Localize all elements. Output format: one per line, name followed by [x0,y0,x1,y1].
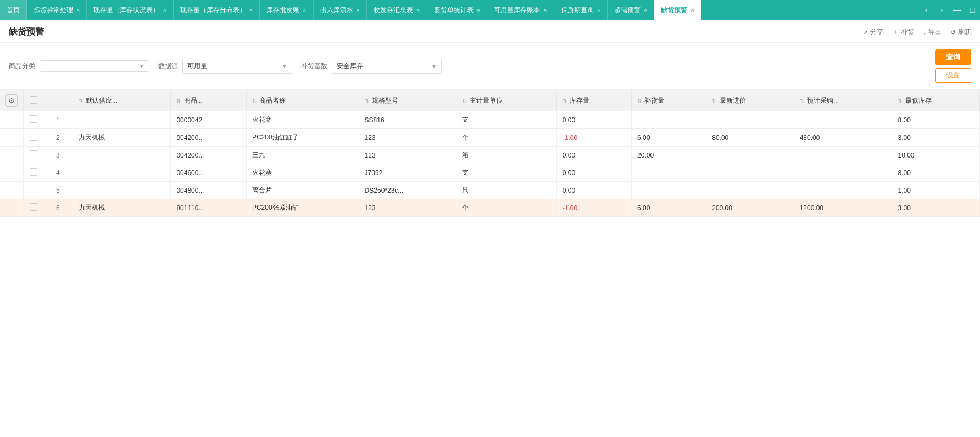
share-btn[interactable]: ↗ 分享 [862,27,883,37]
row-stock-cell: 0.00 [556,182,631,199]
est-purchase-sort-icon: ⇅ [800,98,804,104]
table-body: 1 0000042 火花塞 SS816 支 0.00 8.00 2 力天机械 0… [0,111,980,217]
filter-replenish-base-label: 补货基数 [301,61,327,71]
tab-overstock[interactable]: 超储预警 × [608,0,654,20]
tab-expiry-query-close[interactable]: × [597,7,600,13]
row-checkbox-cell [24,199,43,217]
tab-inventory-dist[interactable]: 现存量（库存分布表） × [174,0,260,20]
row-goods-code-cell: 0000042 [171,111,247,129]
export-btn[interactable]: ↓ 导出 [923,27,942,37]
row-checkbox-cell [24,129,43,147]
row-settings-cell [0,129,24,147]
tab-minimize-btn[interactable]: — [949,0,965,20]
row-goods-name-cell: PC200油缸缸子 [246,129,359,147]
filter-datasource-select[interactable]: 可用量 ▼ [182,59,292,74]
tab-prev-btn[interactable]: ‹ [918,0,934,20]
tab-collect-summary[interactable]: 收发存汇总表 × [367,0,427,20]
tab-exception-label: 拣货异常处理 [34,5,73,15]
tab-bar: 首页 拣货异常处理 × 现存量（库存状况表） × 现存量（库存分布表） × 库存… [0,0,980,20]
row-replenish-cell [632,164,706,182]
table-row: 5 004800... 离合片 DS250*23c... 只 0.00 1.00 [0,182,980,199]
tab-inventory-dist-close[interactable]: × [249,7,253,13]
stock-sort-icon: ⇅ [563,98,567,104]
filter-datasource-value: 可用量 [187,61,207,71]
row-est-purchase-cell: 480.00 [794,129,892,147]
row-checkbox[interactable] [30,186,37,193]
tab-collect-summary-close[interactable]: × [416,7,420,13]
goods-code-sort-icon: ⇅ [176,98,181,104]
filter-category-select[interactable]: ▼ [40,60,149,72]
refresh-btn[interactable]: ↺ 刷新 [950,27,971,37]
min-stock-sort-icon: ⇅ [898,98,902,104]
row-settings-cell [0,182,24,199]
tab-in-out-flow[interactable]: 出入库流水 × [314,0,367,20]
col-header-spec: ⇅ 规格型号 [359,90,456,111]
unit-sort-icon: ⇅ [462,98,466,104]
col-header-unit: ⇅ 主计量单位 [456,90,557,111]
filter-actions: 查询 设置 [935,49,971,83]
tab-in-out-flow-label: 出入库流水 [320,5,353,15]
tab-next-btn[interactable]: › [934,0,949,20]
tab-inventory-status[interactable]: 现存量（库存状况表） × [87,0,173,20]
tab-shortage-close[interactable]: × [691,7,694,13]
row-checkbox[interactable] [30,150,37,158]
filter-category-group: 商品分类 ▼ [9,60,149,72]
tab-shortage-label: 缺货预警 [661,5,687,15]
tab-in-out-flow-close[interactable]: × [357,7,360,13]
tab-order-stat[interactable]: 要货单统计表 × [427,0,487,20]
tab-shortage[interactable]: 缺货预警 × [654,0,701,20]
goods-name-sort-icon: ⇅ [252,98,257,104]
tab-order-stat-close[interactable]: × [477,7,480,13]
gear-icon[interactable]: ⚙ [5,94,18,107]
data-table: ⚙ ⇅ 默认供应... ⇅ 商品... ⇅ [0,90,980,217]
row-num-cell: 3 [43,147,73,164]
row-goods-name-cell: 火花塞 [246,164,359,182]
settings-button[interactable]: 设置 [935,68,971,83]
replenish-sort-icon: ⇅ [637,98,642,104]
row-goods-name-cell: 三九 [246,147,359,164]
tab-home[interactable]: 首页 [0,0,27,20]
tab-exception[interactable]: 拣货异常处理 × [27,0,87,20]
tab-maximize-btn[interactable]: □ [965,0,980,20]
table-row: 2 力天机械 004200... PC200油缸缸子 123 个 -1.00 6… [0,129,980,147]
row-stock-cell: 0.00 [556,147,631,164]
row-checkbox[interactable] [30,203,37,211]
header-checkbox[interactable] [30,96,37,104]
tab-overstock-close[interactable]: × [644,7,647,13]
row-checkbox[interactable] [30,115,37,123]
table-row: 1 0000042 火花塞 SS816 支 0.00 8.00 [0,111,980,129]
row-min-stock-cell: 1.00 [892,182,980,199]
row-supplier-cell: 力天机械 [73,199,171,217]
row-min-stock-cell: 10.00 [892,147,980,164]
row-min-stock-cell: 8.00 [892,111,980,129]
replenish-btn[interactable]: ＋ 补货 [892,27,914,37]
col-header-supplier: ⇅ 默认供应... [73,90,171,111]
filter-datasource-arrow-icon: ▼ [282,63,287,69]
filter-replenish-base-select[interactable]: 安全库存 ▼ [332,59,442,74]
row-checkbox[interactable] [30,133,37,141]
query-button[interactable]: 查询 [935,49,971,65]
row-latest-price-cell [706,111,794,129]
row-goods-name-cell: PC200张紧油缸 [246,199,359,217]
table-container: ⚙ ⇅ 默认供应... ⇅ 商品... ⇅ [0,90,980,217]
tab-nav-buttons: ‹ › — □ [918,0,980,20]
row-checkbox[interactable] [30,168,37,176]
spec-sort-icon: ⇅ [365,98,369,104]
tab-available-ledger[interactable]: 可用量库存账本 × [487,0,554,20]
row-goods-name-cell: 火花塞 [246,111,359,129]
tab-expiry-query[interactable]: 保质期查询 × [554,0,608,20]
row-spec-cell: 123 [359,199,456,217]
tab-collect-summary-label: 收发存汇总表 [374,5,413,15]
col-header-settings: ⚙ [0,90,24,111]
row-settings-cell [0,164,24,182]
tab-inventory-status-close[interactable]: × [163,7,166,13]
tab-inventory-dist-label: 现存量（库存分布表） [180,5,246,15]
tab-batch-account[interactable]: 库存批次账 × [260,0,313,20]
tab-batch-account-close[interactable]: × [303,7,306,13]
tab-available-ledger-close[interactable]: × [543,7,547,13]
latest-price-sort-icon: ⇅ [712,98,716,104]
row-replenish-cell [632,182,706,199]
tab-exception-close[interactable]: × [76,7,80,13]
row-checkbox-cell [24,164,43,182]
row-supplier-cell [73,111,171,129]
